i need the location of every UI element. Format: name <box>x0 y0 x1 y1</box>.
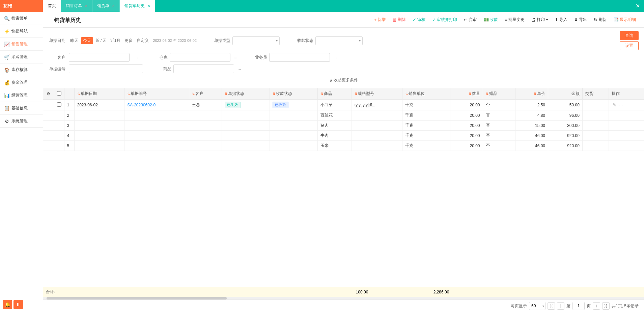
checkbox-column-header[interactable] <box>54 88 64 100</box>
shortcut-yesterday[interactable]: 昨天 <box>69 37 80 44</box>
tab-sales-goods-close[interactable]: ✕ <box>112 4 115 8</box>
tab-sales-order-close[interactable]: ✕ <box>85 4 87 8</box>
checkbox-cell <box>54 121 64 131</box>
row-checkbox[interactable] <box>57 102 61 107</box>
audit-icon: ✓ <box>413 17 416 22</box>
show-details-button[interactable]: 📑 显示明细 <box>611 16 639 24</box>
spec-cell: tyjytjytyjdf... <box>352 100 402 110</box>
agent-ellipsis-button[interactable]: ··· <box>332 54 338 61</box>
tab-sales-goods[interactable]: 销货单 ✕ <box>92 0 120 12</box>
tabs-close-all-button[interactable]: ✕ <box>632 3 644 9</box>
refresh-button[interactable]: ↻ 刷新 <box>591 16 609 24</box>
first-page-button[interactable]: ⟨⟨ <box>548 302 555 310</box>
doc-no-link[interactable]: SA-20230602-0 <box>127 103 156 107</box>
export-button[interactable]: ⬇ 导出 <box>571 16 590 24</box>
amount-cell: 920.00 <box>548 141 582 151</box>
delete-button[interactable]: 🗑 删除 <box>390 16 409 24</box>
add-button[interactable]: + 新增 <box>371 16 389 24</box>
import-button[interactable]: ⬆ 导入 <box>552 16 570 24</box>
tab-sales-history[interactable]: 销货单历史 ✕ <box>120 0 155 12</box>
per-page-select[interactable]: 50 100 200 <box>529 302 545 310</box>
total-info: 共1页, 5条记录 <box>612 303 639 309</box>
date-shortcuts: 昨天 今天 近7天 近1月 更多 自定义 2023-06-02 至 2023-0… <box>69 37 197 44</box>
shortcut-today[interactable]: 今天 <box>81 37 93 44</box>
footer-cells: 100.00 2,286.00 <box>58 290 641 294</box>
print-icon: 🖨 <box>531 17 536 22</box>
sidebar-item-operation[interactable]: 📊 经营管理 <box>0 89 43 102</box>
qty-header[interactable]: ⇅数量 <box>450 88 483 100</box>
sidebar-item-search-menu[interactable]: 🔍 搜索菜单 <box>0 12 43 25</box>
audit-button[interactable]: ✓ 审核 <box>410 16 428 24</box>
abandon-button[interactable]: ↩ 弃审 <box>461 16 479 24</box>
payment-status-header[interactable]: ⇅收款状态 <box>270 88 317 100</box>
tab-home-label: 首页 <box>48 3 56 9</box>
shortcut-custom[interactable]: 自定义 <box>135 37 150 44</box>
spec-header[interactable]: ⇅规格型号 <box>352 88 402 100</box>
tab-home[interactable]: 首页 <box>43 0 61 12</box>
sidebar-item-basic-info[interactable]: 📋 基础信息 <box>0 102 43 115</box>
payment-status-badge: 已收款 <box>273 102 288 108</box>
select-all-checkbox[interactable] <box>57 91 61 96</box>
warehouse-input[interactable] <box>170 53 230 62</box>
next-page-button[interactable]: ⟩ <box>593 302 600 310</box>
print-button[interactable]: 🖨 打印 <box>529 16 551 24</box>
filter-row-1: 单据日期 昨天 今天 近7天 近1月 更多 自定义 2023-06-02 至 2… <box>49 31 639 50</box>
sidebar-item-system[interactable]: ⚙ 系统管理 <box>0 115 43 128</box>
gift-header[interactable]: ⇅赠品 <box>483 88 515 100</box>
doc-no-header[interactable]: ⇅单据编号 <box>124 88 189 100</box>
collapse-filter-button[interactable]: ∧ 收起更多条件 <box>49 76 639 84</box>
last-page-button[interactable]: ⟩⟩ <box>602 302 610 310</box>
price-cell: 4.80 <box>515 110 548 121</box>
sidebar-item-finance[interactable]: 💰 资金管理 <box>0 76 43 89</box>
edit-action-button[interactable]: ✎ <box>612 102 618 108</box>
setting-button[interactable]: 设置 <box>620 41 639 50</box>
gear-column-header[interactable]: ⚙ <box>43 88 54 100</box>
goods-input[interactable] <box>173 64 234 73</box>
row-no-cell: 4 <box>64 131 74 141</box>
filter-area: 单据日期 昨天 今天 近7天 近1月 更多 自定义 2023-06-02 至 2… <box>43 28 644 88</box>
goods-ellipsis-button[interactable]: ··· <box>236 66 243 72</box>
price-header[interactable]: ⇅单价 <box>515 88 548 100</box>
customer-header[interactable]: ⇅客户 <box>189 88 222 100</box>
tab-sales-order[interactable]: 销售订单 ✕ <box>61 0 92 12</box>
audit-print-button[interactable]: ✓ 审核并打印 <box>429 16 460 24</box>
date-range-display: 2023-06-02 至 2023-06-02 <box>153 38 197 43</box>
table-row: 4 牛肉 千克 20.00 否 46.00 920.00 <box>43 131 644 141</box>
sidebar-item-sales-mgmt[interactable]: 📈 销售管理 <box>0 38 43 51</box>
warehouse-ellipsis-button[interactable]: ··· <box>232 54 239 61</box>
collapse-label: 收起更多条件 <box>334 77 358 83</box>
payment-status-select[interactable] <box>315 36 363 45</box>
doc-status-cell <box>222 110 270 121</box>
collapse-up-icon: ∧ <box>330 78 333 83</box>
customer-ellipsis-button[interactable]: ··· <box>133 54 139 61</box>
sidebar-item-inventory[interactable]: 🏠 库存核算 <box>0 63 43 76</box>
doc-no-input[interactable] <box>69 64 143 73</box>
collect-button[interactable]: 💵 收款 <box>481 16 501 24</box>
goods-cell: 西兰花 <box>318 110 352 121</box>
sidebar-item-purchase-mgmt[interactable]: 🛒 采购管理 <box>0 51 43 63</box>
unit-header[interactable]: ⇅销售单位 <box>402 88 450 100</box>
doc-status-header[interactable]: ⇅单据状态 <box>222 88 270 100</box>
collect-label: 收款 <box>490 17 498 23</box>
notification-button[interactable]: 🔔 <box>3 300 12 309</box>
query-button[interactable]: 查询 <box>620 31 639 40</box>
more-action-button[interactable]: ⋯ <box>618 102 624 108</box>
batch-change-button[interactable]: ≡ 批量变更 <box>502 16 527 24</box>
shortcut-7days[interactable]: 近7天 <box>94 37 108 44</box>
unit-cell: 千克 <box>402 121 450 131</box>
goods-header[interactable]: ⇅商品 <box>318 88 352 100</box>
payment-status-cell: 已收款 <box>270 100 317 110</box>
prev-page-button[interactable]: ⟨ <box>557 302 564 310</box>
pause-button[interactable]: ⏸ <box>13 300 23 309</box>
date-header[interactable]: ⇅单据日期 <box>74 88 124 100</box>
row-no-cell: 3 <box>64 121 74 131</box>
page-input[interactable] <box>572 302 585 310</box>
sidebar-item-quick-nav[interactable]: ⚡ 快捷导航 <box>0 25 43 38</box>
tab-sales-history-close[interactable]: ✕ <box>147 4 150 8</box>
shortcut-1month[interactable]: 近1月 <box>109 37 122 44</box>
agent-input[interactable] <box>269 53 330 62</box>
customer-input[interactable] <box>69 53 130 62</box>
doc-type-select[interactable] <box>232 36 280 45</box>
finance-icon: 💰 <box>4 80 9 85</box>
shortcut-more[interactable]: 更多 <box>123 37 134 44</box>
